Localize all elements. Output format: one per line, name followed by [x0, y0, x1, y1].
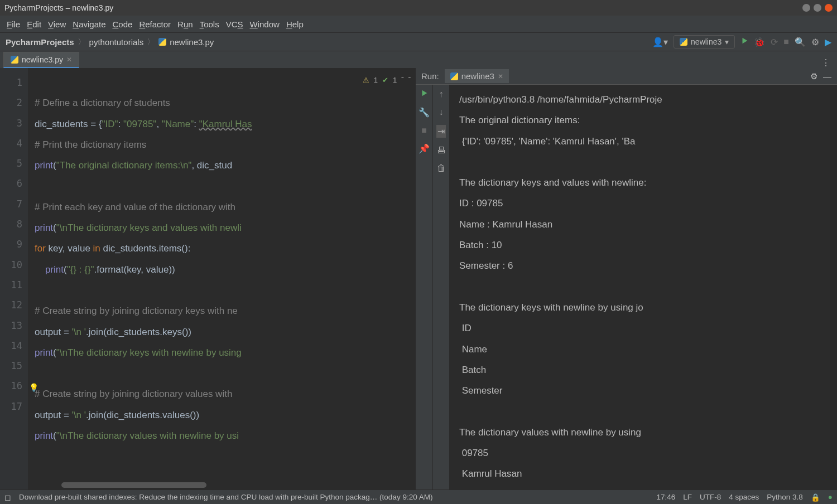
chevron-up-icon[interactable]: ˆ	[401, 70, 403, 90]
breadcrumb-file[interactable]: newline3.py	[170, 37, 214, 47]
line-gutter: 1234567891011121314151617	[0, 68, 28, 490]
menu-file[interactable]: File	[4, 18, 22, 30]
breadcrumb[interactable]: PycharmProjects 〉 pythontutorials 〉 newl…	[6, 37, 214, 47]
tab-actions-icon[interactable]: ⋮	[815, 57, 837, 68]
run-label: Run:	[421, 71, 439, 81]
menu-code[interactable]: Code	[110, 18, 135, 30]
menu-window[interactable]: Window	[248, 18, 282, 30]
python-icon	[680, 38, 687, 46]
close-button[interactable]	[825, 4, 833, 12]
menu-vcs[interactable]: VCS	[224, 18, 246, 30]
rerun-icon[interactable]	[420, 89, 428, 99]
code-editor[interactable]: 1234567891011121314151617 # Define a dic…	[0, 68, 416, 490]
chevron-down-icon[interactable]: ˇ	[408, 70, 411, 90]
menu-tools[interactable]: Tools	[198, 18, 222, 30]
close-icon[interactable]: ✕	[498, 72, 503, 80]
status-message: Download pre-built shared indexes: Reduc…	[19, 493, 648, 501]
wrench-icon[interactable]: 🔧	[419, 107, 430, 118]
settings-icon[interactable]: ⚙	[811, 37, 819, 47]
menu-view[interactable]: View	[46, 18, 68, 30]
python-file-icon	[11, 56, 18, 64]
window-title: PycharmProjects – newline3.py	[4, 3, 113, 12]
check-icon: ✔	[382, 70, 388, 90]
run-tab[interactable]: newline3 ✕	[445, 69, 509, 83]
navigation-bar: PycharmProjects 〉 pythontutorials 〉 newl…	[0, 32, 837, 51]
chevron-icon: 〉	[78, 37, 86, 47]
pin-icon[interactable]: 📌	[419, 143, 430, 154]
python-file-icon	[158, 38, 166, 46]
trash-icon[interactable]: 🗑	[437, 163, 446, 173]
horizontal-scrollbar[interactable]	[61, 482, 206, 488]
status-interpreter[interactable]: Python 3.8	[767, 493, 803, 501]
lock-icon[interactable]: 🔒	[811, 493, 820, 502]
gear-icon[interactable]: ⚙	[810, 71, 817, 81]
close-tab-icon[interactable]: ✕	[66, 56, 72, 64]
breadcrumb-project[interactable]: PycharmProjects	[6, 37, 74, 47]
status-line-ending[interactable]: LF	[683, 493, 692, 501]
run-toolbar-right: ↑ ↓ ⇥ 🖶 🗑	[432, 85, 449, 490]
menu-bar: File Edit View Navigate Code Refactor Ru…	[0, 16, 837, 32]
stop-icon[interactable]: ■	[421, 125, 427, 135]
title-bar: PycharmProjects – newline3.py	[0, 0, 837, 16]
warning-icon: ⚠	[363, 70, 369, 90]
editor-tab-active[interactable]: newline3.py ✕	[3, 52, 79, 68]
code-area[interactable]: # Define a dictionary of students dic_st…	[28, 68, 415, 490]
run-configuration-selector[interactable]: newline3 ▾	[674, 35, 735, 49]
python-icon	[450, 72, 458, 80]
search-icon[interactable]: 🔍	[795, 37, 806, 47]
soft-wrap-icon[interactable]: ⇥	[436, 125, 446, 138]
print-icon[interactable]: 🖶	[437, 146, 446, 156]
status-bar: ◻ Download pre-built shared indexes: Red…	[0, 490, 837, 504]
tool-window-icon[interactable]: ◻	[4, 493, 11, 502]
console-output[interactable]: /usr/bin/python3.8 /home/fahmida/Pycharm…	[449, 85, 837, 490]
menu-run[interactable]: Run	[175, 18, 195, 30]
status-encoding[interactable]: UTF-8	[700, 493, 721, 501]
hide-icon[interactable]: —	[823, 71, 831, 81]
menu-navigate[interactable]: Navigate	[70, 18, 108, 30]
up-icon[interactable]: ↑	[439, 89, 444, 99]
stop-button[interactable]: ■	[783, 37, 789, 47]
run-button[interactable]	[740, 37, 748, 47]
run-toolbar-left: 🔧 ■ 📌	[416, 85, 432, 490]
status-dot-icon[interactable]: ●	[828, 493, 833, 501]
add-config-icon[interactable]: 👤▾	[652, 37, 668, 47]
editor-tabs: newline3.py ✕ ⋮	[0, 51, 837, 68]
chevron-icon: 〉	[147, 37, 155, 47]
window-controls	[802, 4, 833, 12]
menu-refactor[interactable]: Refactor	[137, 18, 173, 30]
breadcrumb-folder[interactable]: pythontutorials	[89, 37, 144, 47]
debug-button[interactable]: 🐞	[754, 37, 765, 47]
inspection-widget[interactable]: ⚠1 ✔1 ˆ ˇ	[363, 70, 411, 90]
status-time: 17:46	[656, 493, 675, 501]
menu-edit[interactable]: Edit	[25, 18, 44, 30]
menu-help[interactable]: Help	[284, 18, 306, 30]
maximize-button[interactable]	[814, 4, 821, 12]
coverage-button[interactable]: ⟳	[771, 37, 778, 47]
minimize-button[interactable]	[802, 4, 810, 12]
sync-icon[interactable]: ▶	[825, 37, 831, 47]
chevron-down-icon: ▾	[725, 37, 729, 46]
down-icon[interactable]: ↓	[439, 107, 444, 117]
run-tool-window: Run: newline3 ✕ ⚙ — 🔧 ■ 📌 ↑ ↓ ⇥ 🖶 🗑	[416, 68, 837, 490]
intention-bulb-icon[interactable]: 💡	[29, 377, 39, 398]
status-indent[interactable]: 4 spaces	[729, 493, 759, 501]
